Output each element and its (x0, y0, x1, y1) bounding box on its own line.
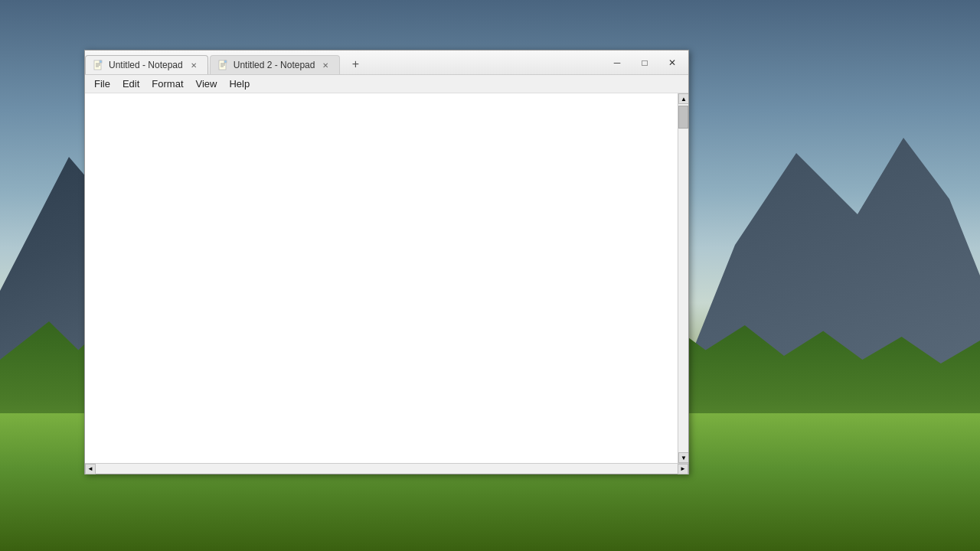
tab2-label: Untitled 2 - Notepad (234, 60, 315, 70)
scroll-up-arrow[interactable]: ▲ (678, 93, 688, 104)
tab1-label: Untitled - Notepad (109, 60, 183, 70)
tab-2[interactable]: Untitled 2 - Notepad ✕ (210, 55, 341, 74)
notepad-icon-tab2 (218, 60, 229, 70)
vertical-scrollbar[interactable]: ▲ ▼ (678, 93, 688, 463)
menu-help-label: Help (229, 78, 250, 90)
menu-file-label: File (94, 78, 110, 90)
menu-format-label: Format (152, 78, 183, 90)
tab2-close-button[interactable]: ✕ (319, 59, 332, 71)
menu-help[interactable]: Help (223, 77, 256, 91)
menu-bar: File Edit Format View Help (85, 75, 688, 93)
editor-container: ▲ ▼ (85, 93, 688, 463)
svg-rect-6 (224, 60, 227, 63)
menu-file[interactable]: File (88, 77, 116, 91)
tabs-area: Untitled - Notepad ✕ Untitled 2 - Notepa… (85, 51, 601, 74)
menu-view[interactable]: View (190, 77, 224, 91)
tab-1[interactable]: Untitled - Notepad ✕ (85, 55, 208, 74)
notepad-window: Untitled - Notepad ✕ Untitled 2 - Notepa… (84, 50, 689, 474)
menu-format[interactable]: Format (145, 77, 189, 91)
minimize-icon: ─ (614, 57, 621, 68)
scroll-track-h (96, 464, 678, 474)
tab1-close-button[interactable]: ✕ (188, 59, 200, 71)
notepad-icon-tab1 (93, 60, 104, 70)
scroll-right-arrow[interactable]: ► (678, 464, 688, 474)
scroll-thumb-v[interactable] (678, 106, 688, 129)
new-tab-button[interactable]: + (345, 55, 366, 73)
maximize-icon: □ (642, 57, 647, 68)
new-tab-icon: + (352, 57, 359, 71)
editor-textarea[interactable] (85, 93, 688, 463)
svg-rect-1 (100, 60, 102, 63)
horizontal-scrollbar[interactable]: ◄ ► (85, 463, 688, 474)
close-button[interactable]: ✕ (659, 54, 685, 71)
scroll-left-arrow[interactable]: ◄ (85, 464, 96, 474)
scroll-down-arrow[interactable]: ▼ (678, 452, 688, 463)
close-icon: ✕ (668, 57, 676, 68)
title-bar: Untitled - Notepad ✕ Untitled 2 - Notepa… (85, 51, 688, 75)
menu-edit-label: Edit (122, 78, 139, 90)
minimize-button[interactable]: ─ (604, 54, 630, 71)
window-controls: ─ □ ✕ (601, 51, 688, 74)
maximize-button[interactable]: □ (632, 54, 658, 71)
menu-view-label: View (196, 78, 217, 90)
menu-edit[interactable]: Edit (116, 77, 145, 91)
